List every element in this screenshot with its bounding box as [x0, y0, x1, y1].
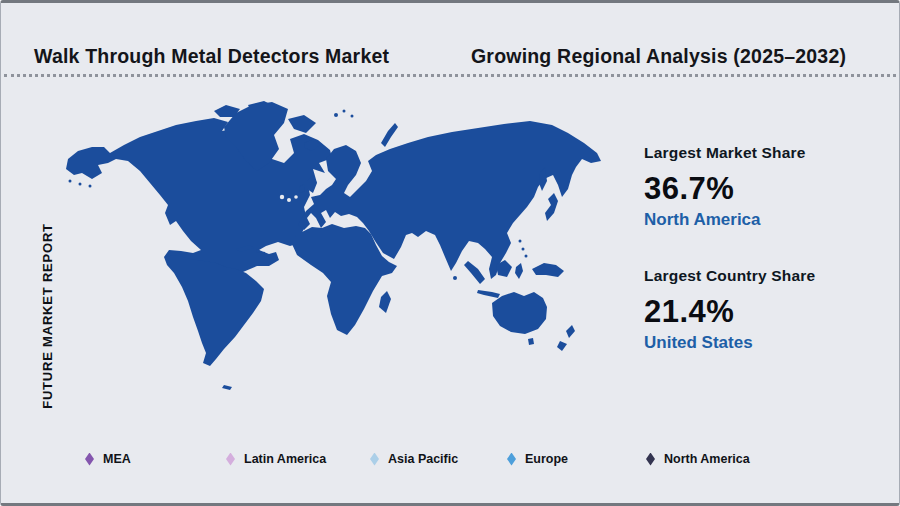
legend-item-mea: MEA — [85, 450, 131, 468]
page-subtitle: Growing Regional Analysis (2025–2032) — [471, 45, 846, 68]
dotted-separator — [4, 74, 896, 77]
stat-value: 21.4% — [644, 294, 894, 330]
world-map — [64, 101, 604, 393]
world-map-land — [66, 101, 601, 390]
legend-label: North America — [664, 452, 750, 466]
page-title: Walk Through Metal Detectors Market — [34, 45, 389, 68]
legend-item-asia-pacific: Asia Pacific — [370, 450, 458, 468]
legend-item-europe: Europe — [507, 450, 568, 468]
legend-label: Latin America — [244, 452, 326, 466]
diamond-marker-icon — [646, 453, 655, 466]
diamond-marker-icon — [226, 453, 235, 466]
stat-value: 36.7% — [644, 171, 894, 207]
legend: MEA Latin America Asia Pacific Europe No… — [1, 450, 899, 470]
diamond-marker-icon — [507, 453, 516, 466]
legend-item-north-america: North America — [646, 450, 750, 468]
infographic-frame: Walk Through Metal Detectors Market Grow… — [0, 0, 900, 506]
brand-vertical-label: FUTURE MARKET REPORT — [40, 223, 55, 409]
legend-label: Asia Pacific — [388, 452, 458, 466]
stat-region: North America — [644, 210, 894, 230]
stat-market-share: Largest Market Share 36.7% North America — [644, 144, 894, 230]
stat-label: Largest Market Share — [644, 144, 894, 162]
legend-label: MEA — [103, 452, 131, 466]
stats-panel: Largest Market Share 36.7% North America… — [644, 144, 894, 353]
legend-item-latin-america: Latin America — [226, 450, 326, 468]
stat-label: Largest Country Share — [644, 267, 894, 285]
diamond-marker-icon — [85, 453, 94, 466]
stat-region: United States — [644, 333, 894, 353]
stat-country-share: Largest Country Share 21.4% United State… — [644, 267, 894, 353]
diamond-marker-icon — [370, 453, 379, 466]
legend-label: Europe — [525, 452, 568, 466]
